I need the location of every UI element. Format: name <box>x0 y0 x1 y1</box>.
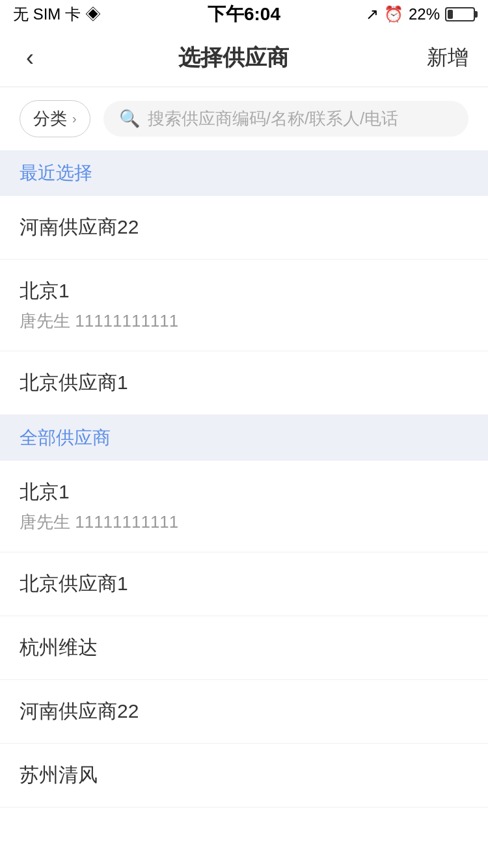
item-name: 苏州清风 <box>20 762 468 789</box>
item-sub: 唐先生 11111111111 <box>20 310 468 332</box>
list-item[interactable]: 河南供应商22 <box>0 680 488 744</box>
location-icon: ↗ <box>366 5 379 23</box>
battery-indicator <box>445 7 475 21</box>
recent-section-label: 最近选择 <box>20 163 92 183</box>
new-button[interactable]: 新增 <box>427 44 468 72</box>
chevron-right-icon: › <box>72 111 77 126</box>
list-item[interactable]: 北京1唐先生 11111111111 <box>0 461 488 552</box>
list-item[interactable]: 河南供应商22 <box>0 196 488 260</box>
item-name: 杭州维达 <box>20 634 468 661</box>
list-item[interactable]: 北京1唐先生 11111111111 <box>0 260 488 351</box>
item-sub: 唐先生 11111111111 <box>20 511 468 534</box>
page-title: 选择供应商 <box>178 43 289 73</box>
search-box: 🔍 <box>103 101 468 137</box>
nav-bar: ‹ 选择供应商 新增 <box>0 29 488 87</box>
battery-percent: 22% <box>409 5 440 23</box>
category-label: 分类 <box>33 107 67 130</box>
status-bar: 无 SIM 卡 ◈ 下午6:04 ↗ ⏰ 22% <box>0 0 488 29</box>
all-section-label: 全部供应商 <box>20 427 111 448</box>
back-button[interactable]: ‹ <box>20 38 40 78</box>
filter-bar: 分类 › 🔍 <box>0 87 488 150</box>
list-item[interactable]: 杭州维达 <box>0 616 488 680</box>
list-item[interactable]: 苏州清风 <box>0 744 488 807</box>
search-icon: 🔍 <box>119 109 140 129</box>
status-time: 下午6:04 <box>208 2 280 27</box>
list-item[interactable]: 北京供应商1 <box>0 351 488 415</box>
item-name: 河南供应商22 <box>20 698 468 725</box>
sim-status: 无 SIM 卡 ◈ <box>13 4 101 25</box>
search-input[interactable] <box>148 109 453 129</box>
item-name: 北京1 <box>20 479 468 506</box>
item-name: 北京供应商1 <box>20 571 468 597</box>
all-list: 北京1唐先生 11111111111北京供应商1杭州维达河南供应商22苏州清风 <box>0 461 488 807</box>
category-button[interactable]: 分类 › <box>20 100 90 137</box>
list-item[interactable]: 北京供应商1 <box>0 552 488 616</box>
status-left: 无 SIM 卡 ◈ <box>13 4 101 25</box>
item-name: 河南供应商22 <box>20 214 468 241</box>
recent-list: 河南供应商22北京1唐先生 11111111111北京供应商1 <box>0 196 488 415</box>
item-name: 北京1 <box>20 278 468 305</box>
all-section-header: 全部供应商 <box>0 415 488 461</box>
status-right: ↗ ⏰ 22% <box>366 5 475 23</box>
alarm-icon: ⏰ <box>384 5 403 23</box>
item-name: 北京供应商1 <box>20 370 468 396</box>
recent-section-header: 最近选择 <box>0 150 488 196</box>
